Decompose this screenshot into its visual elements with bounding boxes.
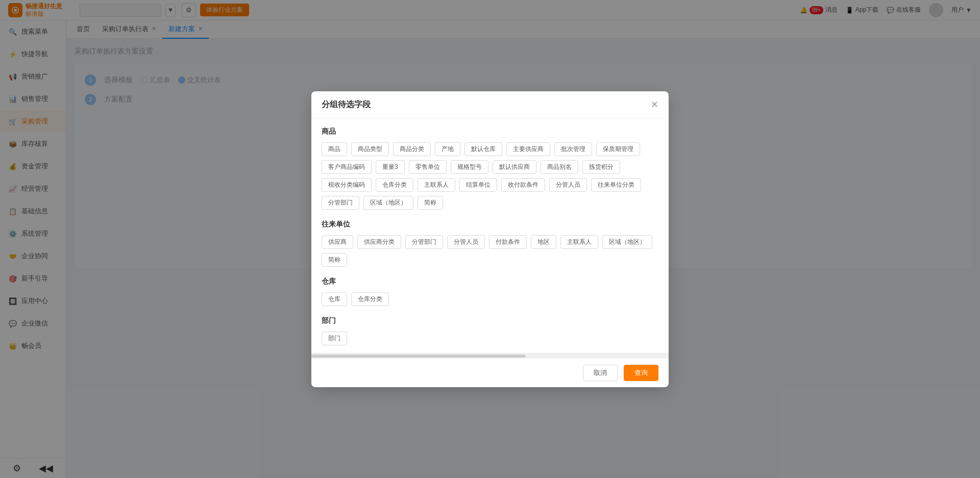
field-tag-1-6[interactable]: 主联系人 xyxy=(560,235,598,249)
field-tag-1-4[interactable]: 付款条件 xyxy=(489,235,527,249)
section-tags-3: 部门 xyxy=(322,332,658,345)
field-tag-1-0[interactable]: 供应商 xyxy=(322,235,353,249)
field-tag-0-14[interactable]: 拣货积分 xyxy=(582,160,620,174)
field-tag-3-0[interactable]: 部门 xyxy=(322,332,347,345)
modal-overlay: 分组待选字段 ✕ 商品商品商品类型商品分类产地默认仓库主要供应商批次管理保质期管… xyxy=(0,0,980,478)
field-tag-0-6[interactable]: 批次管理 xyxy=(554,142,592,156)
section-title-3: 部门 xyxy=(322,316,658,325)
section-2: 仓库仓库仓库分类 xyxy=(322,277,658,306)
field-tag-1-3[interactable]: 分管人员 xyxy=(447,235,485,249)
field-tag-0-10[interactable]: 零售单位 xyxy=(409,160,447,174)
confirm-button[interactable]: 查询 xyxy=(624,365,658,381)
field-tag-0-13[interactable]: 商品别名 xyxy=(541,160,578,174)
field-tag-0-24[interactable]: 简称 xyxy=(418,196,443,210)
section-3: 部门部门 xyxy=(322,316,658,345)
section-1: 往来单位供应商供应商分类分管部门分管人员付款条件地区主联系人区域（地区）简称 xyxy=(322,220,658,267)
section-0: 商品商品商品类型商品分类产地默认仓库主要供应商批次管理保质期管理客户商品编码重量… xyxy=(322,127,658,210)
field-tag-0-7[interactable]: 保质期管理 xyxy=(596,142,640,156)
field-tag-0-11[interactable]: 规格型号 xyxy=(451,160,488,174)
modal-body: 商品商品商品类型商品分类产地默认仓库主要供应商批次管理保质期管理客户商品编码重量… xyxy=(311,119,669,353)
field-tag-1-7[interactable]: 区域（地区） xyxy=(602,235,652,249)
modal-hscroll-thumb xyxy=(311,355,526,358)
field-tag-1-1[interactable]: 供应商分类 xyxy=(357,235,401,249)
field-tag-0-3[interactable]: 产地 xyxy=(435,142,460,156)
field-tag-2-0[interactable]: 仓库 xyxy=(322,292,347,306)
field-tag-0-4[interactable]: 默认仓库 xyxy=(464,142,502,156)
modal-close-btn[interactable]: ✕ xyxy=(651,100,658,109)
section-tags-0: 商品商品类型商品分类产地默认仓库主要供应商批次管理保质期管理客户商品编码重量3零… xyxy=(322,142,658,210)
modal-footer: 取消 查询 xyxy=(311,358,669,387)
field-tag-0-15[interactable]: 税收分类编码 xyxy=(322,178,372,192)
field-tag-0-5[interactable]: 主要供应商 xyxy=(506,142,550,156)
section-tags-2: 仓库仓库分类 xyxy=(322,292,658,306)
field-tag-1-8[interactable]: 简称 xyxy=(322,253,347,267)
field-tag-0-1[interactable]: 商品类型 xyxy=(351,142,389,156)
cancel-button[interactable]: 取消 xyxy=(583,365,618,381)
field-tag-0-9[interactable]: 重量3 xyxy=(376,160,405,174)
field-tag-0-8[interactable]: 客户商品编码 xyxy=(322,160,372,174)
field-tag-2-1[interactable]: 仓库分类 xyxy=(351,292,389,306)
field-tag-0-19[interactable]: 收付款条件 xyxy=(501,178,545,192)
field-tag-0-23[interactable]: 区域（地区） xyxy=(363,196,413,210)
field-tag-0-0[interactable]: 商品 xyxy=(322,142,347,156)
field-tag-1-5[interactable]: 地区 xyxy=(531,235,556,249)
field-tag-1-2[interactable]: 分管部门 xyxy=(405,235,443,249)
section-title-1: 往来单位 xyxy=(322,220,658,229)
modal-horizontal-scrollbar[interactable] xyxy=(311,353,669,358)
field-tag-0-21[interactable]: 往来单位分类 xyxy=(591,178,641,192)
section-tags-1: 供应商供应商分类分管部门分管人员付款条件地区主联系人区域（地区）简称 xyxy=(322,235,658,267)
field-tag-0-12[interactable]: 默认供应商 xyxy=(493,160,536,174)
field-tag-0-22[interactable]: 分管部门 xyxy=(322,196,359,210)
field-tag-0-2[interactable]: 商品分类 xyxy=(393,142,431,156)
section-title-0: 商品 xyxy=(322,127,658,136)
modal: 分组待选字段 ✕ 商品商品商品类型商品分类产地默认仓库主要供应商批次管理保质期管… xyxy=(311,91,669,387)
modal-header: 分组待选字段 ✕ xyxy=(311,91,669,119)
field-tag-0-16[interactable]: 仓库分类 xyxy=(376,178,413,192)
modal-title: 分组待选字段 xyxy=(322,99,371,110)
section-title-2: 仓库 xyxy=(322,277,658,286)
field-tag-0-18[interactable]: 结算单位 xyxy=(459,178,497,192)
field-tag-0-20[interactable]: 分管人员 xyxy=(549,178,587,192)
field-tag-0-17[interactable]: 主联系人 xyxy=(418,178,455,192)
